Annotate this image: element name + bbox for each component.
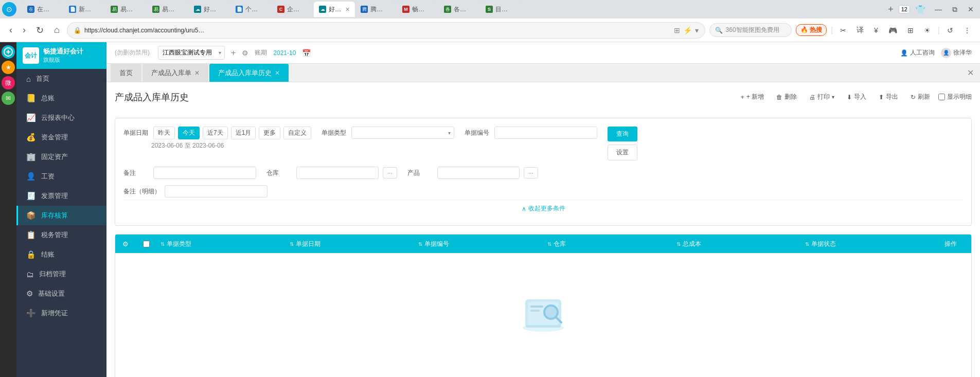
calendar-icon[interactable]: 📅 bbox=[302, 49, 311, 57]
collapse-conditions-btn[interactable]: ∧ 收起更多条件 bbox=[123, 200, 963, 217]
grid-btn[interactable]: ⊞ bbox=[904, 24, 917, 37]
page-tab-home[interactable]: 首页 bbox=[111, 64, 141, 82]
more-btn[interactable]: ⋮ bbox=[960, 24, 974, 37]
close-content-panel[interactable]: ✕ bbox=[961, 68, 980, 78]
game-btn[interactable]: 🎮 bbox=[885, 24, 900, 37]
refresh-button[interactable]: ↻ bbox=[33, 23, 47, 38]
bolt-icon[interactable]: ⚡ bbox=[683, 26, 692, 34]
print-btn[interactable]: 🖨 打印 ▾ bbox=[805, 91, 839, 103]
tab-count[interactable]: 12 bbox=[899, 5, 910, 13]
th-total-cost[interactable]: ⇅ 总成本 bbox=[672, 240, 801, 248]
app-icon-star[interactable]: ★ bbox=[2, 61, 15, 74]
app-icon-weibo[interactable]: 微 bbox=[2, 76, 15, 89]
sidebar-item-payroll[interactable]: 👤 工资 bbox=[16, 167, 106, 186]
sidebar-item-invoice[interactable]: 🧾 发票管理 bbox=[16, 186, 106, 206]
warehouse-ellipsis-btn[interactable]: ··· bbox=[383, 167, 397, 178]
th-gear[interactable]: ⚙ bbox=[115, 240, 136, 248]
tab-12[interactable]: S 目… bbox=[480, 2, 522, 17]
hot-search-btn[interactable]: 🔥 热搜 bbox=[796, 24, 827, 36]
page-tab-history[interactable]: 产成品入库单历史 ✕ bbox=[209, 64, 289, 82]
import-btn[interactable]: ⬇ 导入 bbox=[843, 91, 870, 103]
sidebar-item-home[interactable]: ⌂ 首页 bbox=[16, 69, 106, 88]
date-btn-yesterday[interactable]: 昨天 bbox=[153, 127, 175, 139]
page-tab-inventory-list[interactable]: 产成品入库单 ✕ bbox=[142, 64, 208, 82]
tab-3[interactable]: 易 易… bbox=[105, 2, 147, 17]
yuan-btn[interactable]: ¥ bbox=[871, 24, 881, 37]
tab-8-close[interactable]: ✕ bbox=[345, 6, 350, 13]
th-number[interactable]: ⇅ 单据编号 bbox=[414, 240, 543, 248]
tab-5[interactable]: ☁ 好… bbox=[189, 2, 230, 17]
tab-10[interactable]: M 畅… bbox=[397, 2, 438, 17]
warehouse-input[interactable] bbox=[296, 167, 379, 179]
number-input[interactable] bbox=[494, 127, 597, 139]
app-icon-mail[interactable]: ✉ bbox=[2, 92, 15, 105]
date-btn-today[interactable]: 今天 bbox=[178, 127, 200, 139]
gear-settings-btn[interactable]: ⚙ bbox=[242, 49, 248, 57]
settings-button[interactable]: 设置 bbox=[608, 145, 637, 160]
tab-6[interactable]: 📄 个… bbox=[230, 2, 272, 17]
note-detail-input[interactable] bbox=[165, 185, 268, 198]
type-select[interactable]: ▾ bbox=[351, 127, 454, 139]
tab-shirt-icon[interactable]: 👕 bbox=[912, 5, 929, 14]
scissors-btn[interactable]: ✂ bbox=[837, 24, 849, 37]
export-btn[interactable]: ⬆ 导出 bbox=[875, 91, 902, 103]
back-button[interactable]: ‹ bbox=[6, 23, 15, 38]
date-btn-7days[interactable]: 近7天 bbox=[203, 127, 228, 139]
type-select-input[interactable] bbox=[352, 127, 444, 138]
360-logo[interactable]: ⊙ bbox=[2, 2, 16, 16]
th-status[interactable]: ⇅ 单据状态 bbox=[801, 240, 930, 248]
app-icon-chanjet[interactable] bbox=[2, 45, 15, 59]
tab-8[interactable]: ☁ 好… ✕ bbox=[314, 2, 355, 17]
query-button[interactable]: 查询 bbox=[608, 127, 637, 141]
home-button[interactable]: ⌂ bbox=[51, 23, 63, 38]
close-button[interactable]: ✕ bbox=[964, 5, 978, 13]
product-ellipsis-btn[interactable]: ··· bbox=[524, 167, 538, 178]
tab-1[interactable]: 在 在… bbox=[22, 2, 63, 17]
select-all-checkbox[interactable] bbox=[143, 241, 150, 247]
th-date[interactable]: ⇅ 单据日期 bbox=[286, 240, 415, 248]
date-btn-more[interactable]: 更多 bbox=[259, 127, 280, 139]
translate-btn[interactable]: 译 bbox=[853, 24, 867, 37]
sidebar-item-fixed-assets[interactable]: 🏢 固定资产 bbox=[16, 147, 106, 167]
address-bar[interactable]: 🔒 https://cloud.chanjet.com/accounting/u… bbox=[67, 22, 705, 39]
sidebar-item-settings[interactable]: ⚙ 基础设置 bbox=[16, 284, 106, 303]
date-btn-1month[interactable]: 近1月 bbox=[231, 127, 256, 139]
date-btn-custom[interactable]: 自定义 bbox=[283, 127, 311, 139]
minimize-button[interactable]: — bbox=[931, 5, 946, 13]
forward-button[interactable]: › bbox=[20, 23, 29, 38]
tab-11[interactable]: 各 各… bbox=[439, 2, 480, 17]
sidebar-item-inventory[interactable]: 📦 库存核算 bbox=[16, 206, 106, 225]
th-warehouse[interactable]: ⇅ 仓库 bbox=[543, 240, 672, 248]
sidebar-item-fund[interactable]: 💰 资金管理 bbox=[16, 128, 106, 147]
service-button[interactable]: 👤 人工咨询 bbox=[900, 48, 935, 57]
sidebar-item-new-voucher[interactable]: ➕ 新增凭证 bbox=[16, 303, 106, 323]
user-info[interactable]: 👤 徐泽华 bbox=[941, 48, 972, 58]
add-account-btn[interactable]: + bbox=[231, 48, 236, 58]
theme-btn[interactable]: ☀ bbox=[921, 24, 934, 37]
note-input[interactable] bbox=[153, 167, 256, 179]
account-selector[interactable]: 江西眼宝测试专用 ▾ bbox=[158, 46, 225, 60]
restore-button[interactable]: ⧉ bbox=[948, 5, 961, 14]
show-detail-checkbox-label[interactable]: 显示明细 bbox=[938, 93, 972, 101]
page-tab-history-close[interactable]: ✕ bbox=[275, 69, 280, 77]
sidebar-item-close[interactable]: 🔒 结账 bbox=[16, 245, 106, 264]
product-input[interactable] bbox=[437, 167, 520, 179]
sidebar-item-archive[interactable]: 🗂 归档管理 bbox=[16, 264, 106, 284]
sidebar-item-cloud-report[interactable]: 📈 云报表中心 bbox=[16, 108, 106, 128]
th-type[interactable]: ⇅ 单据类型 bbox=[156, 240, 286, 248]
tab-9[interactable]: 腾 腾… bbox=[355, 2, 397, 17]
show-detail-checkbox[interactable] bbox=[938, 94, 945, 100]
tab-4[interactable]: 易 易… bbox=[147, 2, 188, 17]
sidebar-item-tax[interactable]: 📋 税务管理 bbox=[16, 225, 106, 245]
delete-btn[interactable]: 🗑 删除 bbox=[772, 91, 801, 103]
dropdown-icon[interactable]: ▾ bbox=[695, 26, 699, 34]
grid-icon[interactable]: ⊞ bbox=[674, 26, 680, 34]
th-checkbox[interactable] bbox=[136, 241, 156, 247]
undo-btn[interactable]: ↺ bbox=[944, 24, 956, 37]
tab-2[interactable]: 📄 新… bbox=[64, 2, 105, 17]
page-tab-inventory-list-close[interactable]: ✕ bbox=[194, 69, 200, 77]
sidebar-item-ledger[interactable]: 📒 总账 bbox=[16, 88, 106, 108]
tab-7[interactable]: C 企… bbox=[272, 2, 313, 17]
new-btn[interactable]: + + 新增 bbox=[737, 91, 768, 103]
refresh-btn[interactable]: ↻ 刷新 bbox=[906, 91, 934, 103]
